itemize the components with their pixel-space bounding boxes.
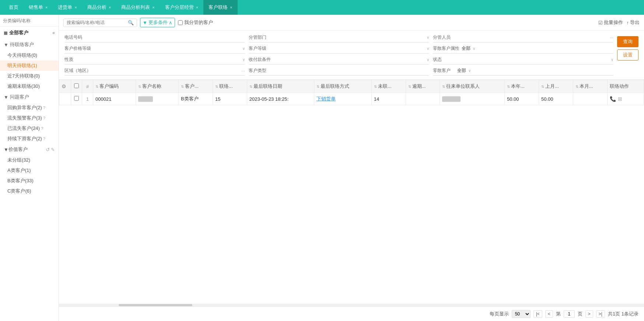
row-checkbox[interactable] <box>74 96 79 101</box>
filter-payment-input[interactable] <box>273 57 424 62</box>
last-contact-method-link[interactable]: 下销货单 <box>316 96 336 101</box>
sort-icon-no-contact[interactable]: ⇅ <box>374 84 377 89</box>
column-settings-icon[interactable]: ⚙ <box>62 83 66 89</box>
row-this-month-cell <box>573 93 607 105</box>
value-group-title[interactable]: ▼ 价值客户 ↺ ✎ <box>0 144 59 155</box>
sort-icon-this-month[interactable]: ⇅ <box>575 84 578 89</box>
sidebar-search-input[interactable] <box>3 18 58 23</box>
page-next-button[interactable]: > <box>585 310 593 318</box>
filter-customer-level-arrow[interactable]: ∨ <box>427 46 429 51</box>
help-icon-2[interactable]: ? <box>41 126 43 131</box>
nav-product-analysis-list[interactable]: 商品分析列表 × <box>116 0 160 15</box>
filter-row-1: 电话号码 分管部门 ∨ 分管人员 ··· <box>64 34 613 42</box>
filter-price-level-input[interactable] <box>93 46 240 51</box>
problem-group-title[interactable]: ▼ 问题客户 <box>0 92 59 103</box>
sidebar-item-churned[interactable]: 已流失客户(24) ? <box>0 123 59 134</box>
nav-home[interactable]: 首页 <box>4 0 24 15</box>
sort-icon-last-method[interactable]: ⇅ <box>316 84 319 89</box>
my-customers-checkbox-area: 我分管的客户 <box>178 19 213 26</box>
nav-close-product-analysis-list[interactable]: × <box>152 5 154 10</box>
sidebar-item-b-class[interactable]: B类客户(33) <box>0 176 59 186</box>
more-action-icon[interactable]: ⊞ <box>618 96 622 102</box>
export-button[interactable]: ↑ 导出 <box>627 19 640 26</box>
help-icon-1[interactable]: ? <box>43 116 45 120</box>
call-action-icon[interactable]: 📞 <box>610 96 616 102</box>
sidebar-item-a-class[interactable]: A类客户(1) <box>0 165 59 176</box>
help-icon-3[interactable]: ? <box>43 137 45 141</box>
page-number-input[interactable] <box>564 310 575 318</box>
filter-nature-arrow[interactable]: ∨ <box>242 58 245 62</box>
sidebar-item-c-class[interactable]: C类客户(6) <box>0 186 59 196</box>
filter-dept-label: 分管部门 <box>249 34 271 41</box>
search-input[interactable] <box>67 20 128 25</box>
filter-dept-arrow[interactable]: ∨ <box>427 35 429 39</box>
sort-icon-contacts[interactable]: ⇅ <box>215 84 218 89</box>
nav-sales[interactable]: 销售单 × <box>24 0 53 15</box>
filter-manager-input[interactable] <box>457 35 608 40</box>
filter-customer-level-input[interactable] <box>273 46 424 51</box>
sidebar-item-declining[interactable]: 持续下滑客户(2) ? <box>0 134 59 144</box>
sort-icon-type[interactable]: ⇅ <box>181 84 184 89</box>
refresh-icon[interactable]: ↺ <box>46 147 50 152</box>
sidebar-item-today[interactable]: 今天待联络(0) <box>0 50 59 61</box>
filter-status-input[interactable] <box>457 57 609 62</box>
all-customers-header[interactable]: ▦ 全部客户 « <box>0 27 59 39</box>
sort-icon-this-year[interactable]: ⇅ <box>507 84 510 89</box>
horizontal-scrollbar[interactable] <box>59 304 644 307</box>
sort-icon-name[interactable]: ⇅ <box>138 84 141 89</box>
sidebar-item-ungrouped[interactable]: 未分组(32) <box>0 155 59 165</box>
edit-icon[interactable]: ✎ <box>51 147 55 152</box>
filter-price-level-arrow[interactable]: ∨ <box>242 46 245 51</box>
nav-customer-tier[interactable]: 客户分层经营 × <box>160 0 203 15</box>
nav-customer-contact[interactable]: 客户联络 × <box>203 0 237 15</box>
filter-phone-input[interactable] <box>89 35 245 40</box>
nav-close-customer-contact[interactable]: × <box>230 5 232 10</box>
per-page-select[interactable]: 50 100 200 <box>512 310 531 318</box>
nav-close-sales[interactable]: × <box>45 5 48 10</box>
nav-close-purchase[interactable]: × <box>74 5 77 10</box>
sort-icon-code[interactable]: ⇅ <box>95 84 98 89</box>
filter-customer-type-input[interactable] <box>273 68 429 73</box>
help-icon-0[interactable]: ? <box>43 106 45 110</box>
my-customers-checkbox[interactable] <box>178 20 183 25</box>
page-label: 第 <box>556 311 561 317</box>
sort-icon-overdue[interactable]: ⇅ <box>408 84 411 89</box>
sort-icon-last-date[interactable]: ⇅ <box>249 84 252 89</box>
page-first-button[interactable]: |< <box>533 310 542 318</box>
filter-retail-attr-arrow[interactable]: ∨ <box>473 46 475 51</box>
page-prev-button[interactable]: < <box>545 310 553 318</box>
collapse-icon[interactable]: « <box>52 30 55 35</box>
pending-group-title[interactable]: ▼ 待联络客户 <box>0 39 59 50</box>
col-action-header: 联络动作 <box>607 80 644 93</box>
nav-close-customer-tier[interactable]: × <box>196 5 198 10</box>
filter-status-arrow[interactable]: ∨ <box>611 58 613 62</box>
setting-button[interactable]: 设置 <box>617 49 638 61</box>
filter-retail-customer-arrow[interactable]: ∨ <box>468 69 471 73</box>
row-last-month-cell: 50.00 <box>539 93 573 105</box>
filter-region-more[interactable]: ··· <box>241 68 245 73</box>
query-button[interactable]: 查询 <box>617 36 638 47</box>
filter-manager-more[interactable]: ··· <box>610 35 613 40</box>
search-icon[interactable]: 🔍 <box>128 20 134 25</box>
batch-operation-button[interactable]: ☑ 批量操作 <box>598 19 623 26</box>
filter-payment-arrow[interactable]: ∨ <box>427 58 429 62</box>
sidebar-item-tomorrow[interactable]: 明天待联络(1) <box>0 61 59 71</box>
filter-dept-input[interactable] <box>273 35 424 40</box>
sidebar-item-overdue[interactable]: 逾期未联络(30) <box>0 81 59 92</box>
nav-purchase[interactable]: 进货单 × <box>53 0 82 15</box>
select-all-checkbox[interactable] <box>74 83 79 88</box>
sidebar-item-7days[interactable]: 近7天待联络(0) <box>0 71 59 81</box>
scrollbar-thumb[interactable] <box>119 304 192 306</box>
nav-close-product-analysis[interactable]: × <box>109 5 111 10</box>
sidebar-item-repurchase-anomaly[interactable]: 回购异常客户(2) ? <box>0 103 59 113</box>
sort-icon-contacts-person[interactable]: ⇅ <box>442 84 445 89</box>
filter-nature-input[interactable] <box>89 57 240 62</box>
filter-region-input[interactable] <box>93 68 239 73</box>
sidebar-item-churn-warning[interactable]: 流失预警客户(3) ? <box>0 113 59 123</box>
more-filter-button[interactable]: ▼ 更多条件 ∧ <box>140 18 175 27</box>
page-last-button[interactable]: >| <box>596 310 605 318</box>
row-no-contact-cell: 14 <box>371 93 406 105</box>
nav-product-analysis[interactable]: 商品分析 × <box>82 0 116 15</box>
sort-icon-last-month[interactable]: ⇅ <box>541 84 544 89</box>
col-no-contact-header: ⇅ 未联... <box>371 80 406 93</box>
